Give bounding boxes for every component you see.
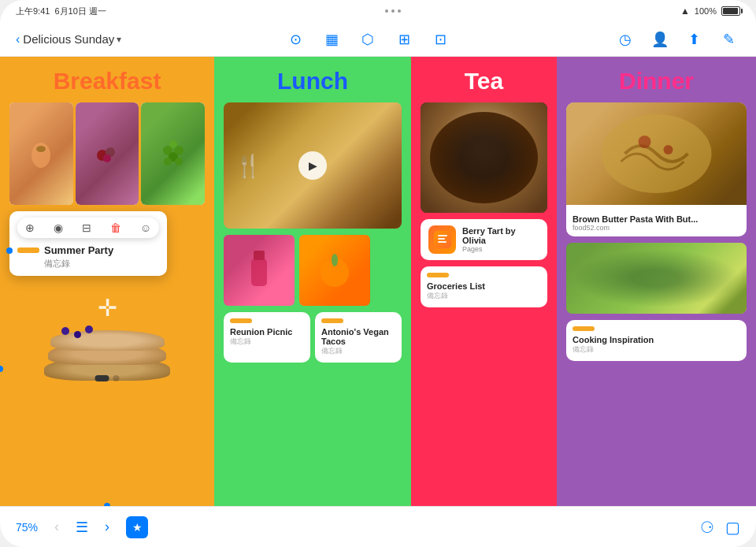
reunion-subtitle: 備忘錄: [230, 337, 304, 347]
lunch-column[interactable]: Lunch 🍴 ▶: [214, 57, 411, 506]
nav-next-button[interactable]: ›: [96, 516, 118, 538]
lunch-notes: Reunion Picnic 備忘錄 Antonio's Vegan Tacos…: [224, 312, 402, 363]
highlight-icon[interactable]: ⊙: [284, 28, 306, 50]
image-icon[interactable]: ⊡: [429, 28, 451, 50]
play-button[interactable]: ▶: [298, 151, 327, 180]
svg-point-21: [664, 145, 673, 154]
status-date: 6月10日 週一: [54, 6, 106, 17]
share-icon[interactable]: ⬆: [684, 28, 706, 50]
cooking-subtitle: 備忘錄: [573, 344, 740, 355]
pages-icon: [428, 225, 456, 254]
markup-icon[interactable]: ⚆: [700, 518, 714, 537]
main-toolbar: ‹ Delicious Sunday ▾ ⊙ ▦ ⬡ ⊞ ⊡ ◷ 👤 ⬆ ✎: [0, 22, 756, 57]
toolbar-right: ◷ 👤 ⬆ ✎: [614, 28, 740, 50]
berry-tart-info: Berry Tart by Olivia Pages: [462, 226, 539, 253]
pasta-photo: [566, 102, 747, 205]
clock-icon[interactable]: ◷: [614, 28, 636, 50]
star-icon: ★: [132, 521, 143, 534]
smoothie-photo[interactable]: [224, 235, 295, 306]
outline-button[interactable]: ☰: [76, 519, 88, 536]
pagination: [95, 375, 120, 381]
resize-handle-left[interactable]: [0, 366, 3, 372]
bottom-toolbar: 75% ‹ ☰ › ★ ⚆ ▢: [0, 506, 756, 547]
delete-icon[interactable]: 🗑: [110, 221, 121, 234]
nav-prev-button[interactable]: ‹: [46, 516, 68, 538]
pancake-area[interactable]: ✛: [9, 282, 205, 385]
status-left: 上午9:41 6月10日 週一: [16, 6, 106, 17]
move-icon: ✛: [98, 294, 117, 322]
summer-party-card[interactable]: ⊕ ◉ ⊟ 🗑 ☺ Summer Party 備忘錄: [9, 211, 167, 276]
groceries-card[interactable]: Groceries List 備忘錄: [421, 266, 547, 307]
edit-icon[interactable]: ✎: [718, 28, 740, 50]
svg-point-14: [332, 254, 338, 266]
columns-container: Breakfast: [0, 57, 756, 506]
tea-column[interactable]: Tea: [411, 57, 557, 506]
cooking-title: Cooking Inspiration: [573, 335, 740, 344]
orange-photo[interactable]: [299, 235, 370, 306]
status-bar: 上午9:41 6月10日 週一 ▲ 100%: [0, 0, 756, 22]
berry-tart-title: Berry Tart by Olivia: [462, 226, 539, 245]
table-icon[interactable]: ▦: [321, 28, 343, 50]
status-right: ▲ 100%: [680, 6, 740, 17]
pasta-card[interactable]: Brown Butter Pasta With But... food52.co…: [566, 102, 747, 236]
main-canvas: Breakfast: [0, 57, 756, 506]
present-icon[interactable]: ▢: [725, 518, 740, 537]
svg-point-10: [175, 158, 183, 166]
note-yellow-bar: [17, 247, 39, 253]
eye-icon[interactable]: ◉: [54, 221, 63, 234]
svg-point-1: [36, 146, 46, 152]
breakfast-photos: [9, 102, 205, 205]
svg-point-20: [639, 136, 651, 148]
lunch-title: Lunch: [224, 68, 402, 95]
note-bar-yellow4: [573, 326, 595, 331]
back-chevron-icon[interactable]: ‹: [16, 32, 20, 47]
emoji-icon[interactable]: ☺: [140, 221, 151, 234]
card-subtitle: 備忘錄: [44, 258, 159, 270]
status-center-dots: [385, 9, 401, 13]
svg-rect-11: [251, 259, 267, 286]
berry-tart-card[interactable]: Berry Tart by Olivia Pages: [421, 219, 547, 260]
galette-photo[interactable]: [421, 102, 547, 213]
duplicate-icon[interactable]: ⊟: [82, 221, 91, 234]
breakfast-title: Breakfast: [9, 68, 205, 95]
card-indicator-dot: [6, 247, 13, 254]
wifi-icon: ▲: [680, 6, 690, 17]
svg-rect-17: [438, 238, 445, 240]
svg-rect-18: [438, 241, 447, 243]
groceries-title: Groceries List: [427, 281, 541, 291]
document-title: Delicious Sunday: [23, 32, 114, 46]
collab-icon[interactable]: 👤: [649, 28, 671, 50]
dinner-column[interactable]: Dinner Brown: [557, 57, 756, 506]
status-time: 上午9:41: [16, 6, 50, 17]
grapes-photo[interactable]: [141, 102, 205, 205]
title-dropdown-arrow[interactable]: ▾: [117, 34, 121, 45]
zoom-level[interactable]: 75%: [16, 521, 38, 534]
tacos-title: Antonio's Vegan Tacos: [321, 327, 395, 346]
folder-icon[interactable]: ⬡: [357, 28, 379, 50]
grid-icon[interactable]: ⊞: [393, 28, 415, 50]
add-icon[interactable]: ⊕: [25, 221, 35, 234]
reunion-picnic-card[interactable]: Reunion Picnic 備忘錄: [224, 312, 310, 363]
pasta-title: Brown Butter Pasta With But...: [573, 214, 740, 224]
card-toolbar: ⊕ ◉ ⊟ 🗑 ☺: [17, 218, 159, 238]
svg-rect-12: [254, 251, 265, 260]
back-button[interactable]: Delicious Sunday ▾: [23, 32, 121, 46]
pancake-image: ✛: [36, 286, 178, 381]
svg-point-9: [164, 158, 172, 166]
card-title: Summer Party: [44, 244, 113, 256]
resize-handle-bottom[interactable]: [104, 503, 110, 506]
star-button[interactable]: ★: [126, 516, 148, 538]
dinner-title: Dinner: [566, 68, 747, 95]
berries-photo[interactable]: [76, 102, 139, 205]
breakfast-column[interactable]: Breakfast: [0, 57, 214, 506]
battery-label: 100%: [695, 6, 717, 16]
reunion-title: Reunion Picnic: [230, 327, 304, 337]
cooking-inspiration-card[interactable]: Cooking Inspiration 備忘錄: [566, 320, 747, 361]
taco-photo[interactable]: 🍴 ▶: [224, 102, 402, 229]
salad-photo[interactable]: [566, 243, 747, 314]
vegan-tacos-card[interactable]: Antonio's Vegan Tacos 備忘錄: [315, 312, 402, 363]
groceries-subtitle: 備忘錄: [427, 291, 541, 301]
bottom-right: ⚆ ▢: [700, 518, 740, 537]
papaya-photo[interactable]: [9, 102, 73, 205]
tea-title: Tea: [421, 68, 547, 95]
